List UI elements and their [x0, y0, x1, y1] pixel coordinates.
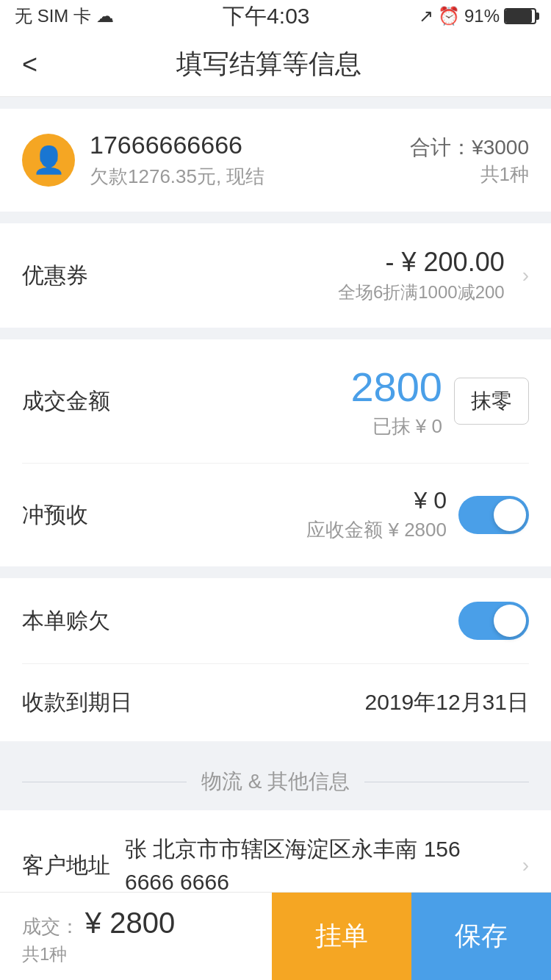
- status-right: ↗ ⏰ 91%: [419, 6, 536, 26]
- prepay-label: 冲预收: [22, 500, 88, 530]
- divider-line-left: [22, 782, 187, 782]
- debt-toggle[interactable]: [458, 602, 529, 640]
- debt-label: 本单赊欠: [22, 606, 110, 636]
- toggle-knob: [494, 499, 526, 531]
- location-icon: ↗: [419, 6, 433, 26]
- transaction-section: 成交金额 2800 已抹 ¥ 0 抹零 冲预收 ¥ 0 应收金额 ¥ 2800: [0, 339, 551, 566]
- customer-card: 👤 17666666666 欠款1276.35元, 现结 合计：¥3000 共1…: [0, 109, 551, 212]
- avatar-icon: 👤: [32, 145, 65, 176]
- alarm-icon: ⏰: [438, 6, 460, 26]
- coupon-section: 优惠券 - ¥ 200.00 全场6折满1000减200 ›: [0, 223, 551, 328]
- separator-4: [0, 741, 551, 753]
- due-date-label: 收款到期日: [22, 688, 132, 718]
- transaction-amount: 2800: [350, 363, 442, 411]
- status-time: 下午4:03: [223, 1, 309, 32]
- separator-1: [0, 212, 551, 223]
- customer-left: 👤 17666666666 欠款1276.35元, 现结: [22, 131, 264, 190]
- debt-value: [458, 602, 529, 640]
- coupon-row[interactable]: 优惠券 - ¥ 200.00 全场6折满1000减200 ›: [22, 223, 529, 328]
- battery-icon: [504, 8, 536, 24]
- footer-bar: 成交： ¥ 2800 共1种 挂单 保存: [0, 892, 551, 980]
- transaction-value: 2800 已抹 ¥ 0 抹零: [350, 363, 529, 439]
- separator-2: [0, 328, 551, 339]
- sim-text: 无 SIM 卡 ☁: [15, 4, 114, 28]
- customer-debt: 欠款1276.35元, 现结: [90, 164, 264, 190]
- prepay-amount: ¥ 0: [306, 487, 447, 514]
- coupon-label: 优惠券: [22, 261, 88, 291]
- coupon-desc: 全场6折满1000减200: [338, 281, 505, 304]
- footer-summary-amount: ¥ 2800: [85, 907, 175, 939]
- nav-bar: < 填写结算等信息: [0, 32, 551, 97]
- customer-info: 17666666666 欠款1276.35元, 现结: [90, 131, 264, 190]
- prepay-toggle[interactable]: [458, 496, 529, 534]
- logistics-label: 物流 & 其他信息: [201, 768, 350, 796]
- due-date-row: 收款到期日 2019年12月31日: [22, 664, 529, 741]
- logistics-divider: 物流 & 其他信息: [0, 753, 551, 810]
- total-count: 共1种: [410, 162, 529, 187]
- customer-phone: 17666666666: [90, 131, 264, 159]
- customer-right: 合计：¥3000 共1种: [410, 134, 529, 187]
- debt-section: 本单赊欠 收款到期日 2019年12月31日: [0, 578, 551, 741]
- prepay-row: 冲预收 ¥ 0 应收金额 ¥ 2800: [22, 464, 529, 566]
- save-button[interactable]: 保存: [411, 893, 551, 981]
- transaction-row: 成交金额 2800 已抹 ¥ 0 抹零: [22, 339, 529, 464]
- footer-summary-line: 成交： ¥ 2800: [22, 907, 250, 940]
- footer-summary: 成交： ¥ 2800 共1种: [0, 907, 272, 966]
- separator-3: [0, 566, 551, 578]
- address-chevron-icon: ›: [522, 854, 529, 877]
- due-date-value: 2019年12月31日: [365, 688, 529, 718]
- footer-summary-count: 共1种: [22, 943, 250, 966]
- avatar: 👤: [22, 134, 75, 187]
- divider-line-right: [364, 782, 529, 782]
- status-bar: 无 SIM 卡 ☁ 下午4:03 ↗ ⏰ 91%: [0, 0, 551, 32]
- total-label: 合计：¥3000: [410, 134, 529, 162]
- debt-toggle-knob: [494, 605, 526, 637]
- battery-text: 91%: [464, 6, 500, 26]
- address-value: 张 北京市市辖区海淀区永丰南 156 6666 6666: [125, 832, 508, 898]
- status-left: 无 SIM 卡 ☁: [15, 4, 114, 28]
- coupon-amount: - ¥ 200.00: [338, 247, 505, 278]
- debt-row: 本单赊欠: [22, 578, 529, 664]
- round-button[interactable]: 抹零: [454, 378, 529, 425]
- address-label: 客户地址: [22, 851, 110, 881]
- prepay-value: ¥ 0 应收金额 ¥ 2800: [306, 487, 529, 543]
- coupon-chevron-icon: ›: [522, 264, 529, 287]
- transaction-sub: 已抹 ¥ 0: [350, 414, 442, 439]
- hold-button[interactable]: 挂单: [272, 893, 411, 981]
- transaction-label: 成交金额: [22, 386, 110, 417]
- footer-summary-label: 成交：: [22, 915, 79, 937]
- prepay-desc: 应收金额 ¥ 2800: [306, 517, 447, 543]
- coupon-value: - ¥ 200.00 全场6折满1000减200 ›: [338, 247, 529, 304]
- page-title: 填写结算等信息: [52, 46, 485, 82]
- back-button[interactable]: <: [22, 42, 52, 87]
